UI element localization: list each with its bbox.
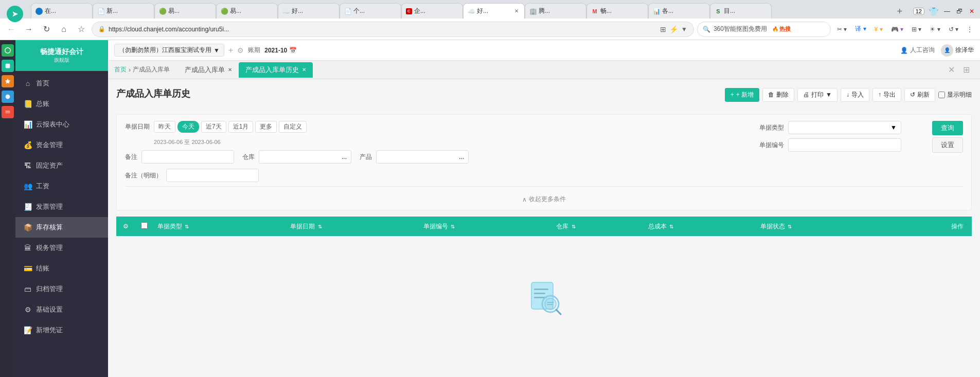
settings-button[interactable]: 设置 (932, 137, 963, 153)
company-selector[interactable]: （勿删勿禁用）江西服宝测试专用 ▼ (114, 44, 224, 57)
sidebar-item-settlement[interactable]: 💳 结账 (15, 258, 108, 279)
date-more[interactable]: 更多 (255, 121, 277, 133)
sidebar-item-report[interactable]: 📊 云报表中心 (15, 114, 108, 135)
number-input[interactable] (788, 138, 901, 152)
settings-gear-icon[interactable]: ⚙ (237, 46, 244, 55)
th-number[interactable]: 单据编号 ⇅ (419, 217, 552, 236)
yuan-icon[interactable]: ¥ ▾ (871, 24, 886, 34)
user-info[interactable]: 👤 徐泽华 (941, 44, 974, 57)
address-grid-icon[interactable]: ⊞ (660, 25, 666, 33)
shirt-icon[interactable]: 👕 (929, 7, 939, 16)
tab-8-close[interactable]: ✕ (513, 8, 520, 15)
th-date[interactable]: 单据日期 ⇅ (286, 217, 419, 236)
date-7days[interactable]: 近7天 (201, 121, 226, 133)
sidebar-item-archive[interactable]: 🗃 归档管理 (15, 279, 108, 299)
support-button[interactable]: 👤 人工咨询 (900, 46, 935, 55)
refresh-button[interactable]: ↺ 刷新 (904, 88, 935, 102)
more-icon[interactable]: ⋮ (964, 24, 976, 34)
calendar-icon[interactable]: 📅 (289, 47, 297, 54)
print-button[interactable]: 🖨 打印 ▼ (797, 88, 838, 102)
rail-icon-4[interactable] (2, 91, 14, 103)
svg-rect-1 (6, 64, 10, 68)
tab-4[interactable]: 🟢 易... (216, 3, 278, 19)
sidebar-item-ledger[interactable]: 📒 总账 (15, 94, 108, 114)
tab-2[interactable]: 📄 新... (93, 3, 154, 19)
tab-3[interactable]: 🟢 易... (154, 3, 216, 19)
minimize-button[interactable]: — (943, 7, 951, 15)
add-company-button[interactable]: + (228, 46, 233, 55)
rail-icon-2[interactable] (2, 60, 14, 72)
app-logo[interactable]: ➤ (7, 6, 23, 22)
sidebar-item-tax[interactable]: 🏛 税务管理 (15, 238, 108, 258)
warehouse-select[interactable]: ... (259, 150, 351, 164)
th-gear[interactable]: ⚙ (116, 217, 135, 236)
rail-icon-1[interactable] (2, 44, 14, 57)
new-tab-button[interactable]: + (893, 4, 907, 19)
tab-list[interactable]: 产成品入库单 ✕ (178, 62, 239, 78)
address-chevron-icon[interactable]: ▼ (681, 26, 687, 33)
sidebar-item-payroll[interactable]: 👥 工资 (15, 176, 108, 196)
tab-9[interactable]: 🏢 腾... (525, 3, 586, 19)
sidebar-item-asset[interactable]: 🏗 固定资产 (15, 155, 108, 176)
sidebar-item-fund[interactable]: 💰 资金管理 (15, 135, 108, 155)
th-warehouse[interactable]: 仓库 ⇅ (552, 217, 644, 236)
tab-8[interactable]: ☁️ 好... ✕ (463, 3, 525, 19)
add-button[interactable]: + + 新增 (725, 88, 759, 102)
bookmark-button[interactable]: ☆ (74, 22, 88, 37)
maximize-button[interactable]: 🗗 (955, 7, 964, 15)
detail-remark-input[interactable] (166, 169, 259, 182)
tab-panel-expand[interactable]: ⊞ (959, 65, 974, 75)
th-checkbox[interactable] (135, 217, 153, 236)
tab-6[interactable]: 📄 个... (340, 3, 401, 19)
th-status[interactable]: 单据状态 ⇅ (756, 217, 889, 236)
tab-12[interactable]: S 目... (710, 3, 772, 19)
select-all-checkbox[interactable] (141, 222, 148, 229)
th-type[interactable]: 单据类型 ⇅ (153, 217, 286, 236)
tab-7[interactable]: C 企... (401, 3, 463, 19)
sidebar-item-basic[interactable]: ⚙ 基础设置 (15, 299, 108, 320)
sidebar-item-home[interactable]: ⌂ 首页 (15, 73, 108, 94)
tab-list-close[interactable]: ✕ (228, 67, 232, 73)
tab-11[interactable]: 📊 各... (648, 3, 710, 19)
home-button[interactable]: ⌂ (57, 22, 71, 37)
type-select[interactable]: ▼ (788, 121, 901, 134)
close-button[interactable]: ✕ (968, 7, 976, 15)
undo-icon[interactable]: ↺ ▾ (946, 24, 961, 34)
product-select[interactable]: ... (376, 150, 469, 164)
sidebar-item-inventory[interactable]: 📦 库存核算 (15, 217, 108, 238)
sidebar-item-invoice[interactable]: 🧾 发票管理 (15, 196, 108, 217)
export-button[interactable]: ↑ 导出 (872, 88, 901, 102)
print-icon: 🖨 (803, 91, 809, 98)
tab-5[interactable]: ☁️ 好... (278, 3, 340, 19)
browser-search-bar[interactable]: 🔍 360智能抠图免费用 🔥 热搜 (697, 22, 831, 37)
import-button[interactable]: ↓ 导入 (841, 88, 869, 102)
tab-panel-close[interactable]: ✕ (944, 65, 959, 75)
date-1month[interactable]: 近1月 (228, 121, 254, 133)
remark-input[interactable] (141, 150, 234, 164)
translate-icon[interactable]: 译 ▾ (852, 23, 869, 35)
collapse-button[interactable]: ∧ 收起更多条件 (522, 195, 566, 204)
tab-history-close[interactable]: ✕ (302, 67, 306, 73)
query-button[interactable]: 查询 (932, 121, 963, 135)
tab-history[interactable]: 产成品入库单历史 ✕ (239, 62, 313, 78)
date-yesterday[interactable]: 昨天 (154, 121, 175, 133)
gear-icon[interactable]: ⚙ (123, 223, 129, 230)
date-custom[interactable]: 自定义 (279, 121, 307, 133)
show-detail-checkbox[interactable] (938, 92, 945, 98)
address-lightning-icon[interactable]: ⚡ (669, 25, 678, 33)
cut-icon[interactable]: ✂ ▾ (834, 24, 850, 34)
th-total-cost[interactable]: 总成本 ⇅ (644, 217, 756, 236)
reload-button[interactable]: ↻ (39, 22, 54, 37)
rail-icon-5[interactable] (2, 106, 14, 118)
date-today[interactable]: 今天 (177, 121, 199, 133)
game-icon[interactable]: 🎮 ▾ (888, 24, 906, 34)
tab-10[interactable]: M 畅... (586, 3, 648, 19)
tab-1[interactable]: 在... (31, 3, 93, 19)
sun-icon[interactable]: ☀ ▾ (926, 24, 943, 34)
rail-icon-3[interactable] (2, 75, 14, 87)
address-bar[interactable]: 🔒 https://cloud.chanjet.com/accounting/u… (92, 22, 694, 37)
sidebar-item-newvoucher[interactable]: 📝 新增凭证 (15, 320, 108, 340)
delete-button[interactable]: 🗑 删除 (762, 88, 794, 102)
breadcrumb-home[interactable]: 首页 (114, 65, 127, 74)
grid-icon[interactable]: ⊞ ▾ (908, 24, 924, 34)
